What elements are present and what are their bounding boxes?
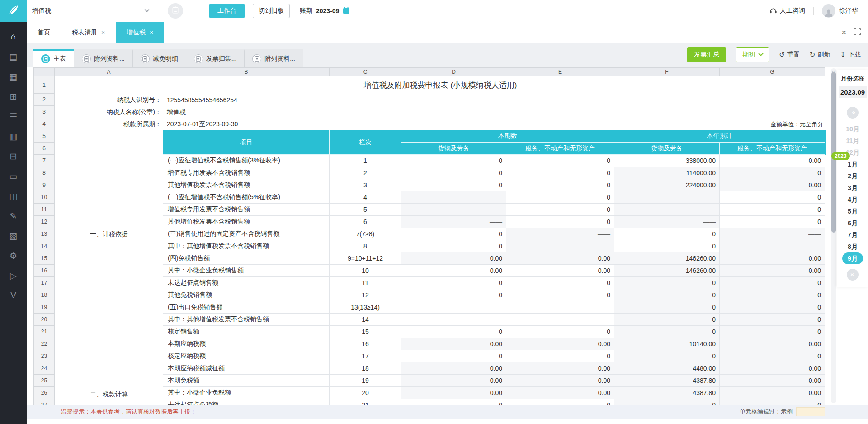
tab-2[interactable]: 增值税× — [116, 22, 164, 43]
value-cell[interactable]: 0.00 — [720, 338, 825, 350]
value-cell[interactable]: 0 — [720, 301, 825, 314]
value-cell[interactable]: 0 — [720, 191, 825, 204]
nav-item[interactable]: ▥ — [0, 126, 27, 146]
value-cell[interactable]: 0 — [720, 204, 825, 216]
nav-item[interactable]: ✎ — [0, 206, 27, 226]
tab-0[interactable]: 首页 — [27, 22, 61, 43]
value-cell[interactable]: 0 — [506, 277, 614, 289]
value-cell[interactable]: 0 — [720, 277, 825, 289]
subtab-1[interactable]: 附列资料... — [74, 49, 132, 67]
value-cell[interactable]: 146260.00 — [614, 265, 720, 277]
month-item[interactable]: 8月 — [837, 241, 868, 252]
value-cell[interactable]: 0 — [614, 314, 720, 326]
value-cell[interactable]: 4387.80 — [614, 387, 720, 399]
value-cell[interactable]: 0.00 — [506, 252, 614, 265]
month-item[interactable]: 3月 — [837, 182, 868, 194]
tab-1[interactable]: 税表清册× — [61, 22, 116, 43]
username[interactable]: 徐泽华 — [839, 7, 858, 15]
value-cell[interactable]: 0.00 — [720, 265, 825, 277]
nav-item[interactable]: ⊟ — [0, 146, 27, 166]
avatar[interactable] — [822, 4, 835, 18]
nav-item[interactable]: ▭ — [0, 166, 27, 186]
value-cell[interactable]: 0 — [401, 240, 506, 252]
fullscreen-icon[interactable] — [854, 28, 861, 37]
value-cell[interactable]: 0 — [401, 326, 506, 338]
value-cell[interactable]: 0.00 — [401, 387, 506, 399]
value-cell[interactable]: 0 — [401, 155, 506, 167]
reset-button[interactable]: ↺ 重置 — [779, 51, 800, 59]
value-cell[interactable]: 0.00 — [401, 338, 506, 350]
month-item[interactable]: 9月 — [842, 252, 863, 264]
value-cell[interactable]: 10140.00 — [614, 338, 720, 350]
module-select[interactable]: 增值税 — [32, 7, 149, 15]
value-cell[interactable]: 0.00 — [506, 387, 614, 399]
value-cell[interactable]: 224000.00 — [614, 179, 720, 191]
value-cell[interactable]: 0 — [614, 277, 720, 289]
nav-item[interactable]: ▤ — [0, 47, 27, 67]
value-cell[interactable]: 0 — [720, 289, 825, 301]
value-cell[interactable]: 0.00 — [401, 375, 506, 387]
value-cell[interactable]: —— — [614, 204, 720, 216]
value-cell[interactable]: 0 — [506, 155, 614, 167]
value-cell[interactable]: 0 — [401, 179, 506, 191]
info-value[interactable]: 增值税 — [163, 106, 826, 118]
nav-item[interactable]: ▷ — [0, 266, 27, 286]
value-cell[interactable]: 0 — [506, 216, 614, 228]
value-cell[interactable]: —— — [401, 191, 506, 204]
subtab-3[interactable]: 发票归集... — [186, 49, 245, 67]
value-cell[interactable]: 146260.00 — [614, 252, 720, 265]
value-cell[interactable]: 0.00 — [720, 387, 825, 399]
info-value[interactable]: 2023-07-01至2023-09-30 — [163, 118, 826, 130]
value-cell[interactable]: 0 — [506, 179, 614, 191]
value-cell[interactable]: 0 — [401, 167, 506, 179]
scroll-down-button[interactable]: » — [847, 269, 859, 281]
report-status-badge[interactable] — [168, 3, 183, 19]
nav-item[interactable]: ▦ — [0, 67, 27, 86]
value-cell[interactable]: 0 — [614, 350, 720, 362]
value-cell[interactable]: 0 — [614, 301, 720, 314]
subtab-0[interactable]: 主表 — [33, 49, 74, 67]
close-icon[interactable]: × — [150, 29, 153, 36]
nav-item[interactable]: ⊞ — [0, 86, 27, 106]
close-icon[interactable]: × — [841, 29, 846, 37]
value-cell[interactable]: 0 — [506, 350, 614, 362]
workbench-button[interactable]: 工作台 — [209, 4, 245, 18]
nav-item[interactable]: ☰ — [0, 106, 27, 126]
info-value[interactable]: 12554585554554656254 — [163, 94, 826, 106]
value-cell[interactable]: —— — [506, 228, 614, 240]
app-logo[interactable] — [0, 0, 27, 22]
support-link[interactable]: 人工咨询 — [769, 7, 805, 15]
download-button[interactable]: ↧ 下载 — [840, 51, 861, 59]
value-cell[interactable]: 0.00 — [720, 179, 825, 191]
value-cell[interactable]: 0.00 — [401, 265, 506, 277]
value-cell[interactable]: 0 — [720, 167, 825, 179]
value-cell[interactable]: —— — [401, 204, 506, 216]
value-cell[interactable]: 4387.80 — [614, 375, 720, 387]
value-cell[interactable]: 0 — [506, 289, 614, 301]
value-cell[interactable] — [506, 301, 614, 314]
invoice-summary-button[interactable]: 发票汇总 — [687, 47, 726, 62]
value-cell[interactable]: —— — [614, 216, 720, 228]
refresh-button[interactable]: ↻ 刷新 — [810, 51, 830, 59]
value-cell[interactable]: 0.00 — [506, 375, 614, 387]
nav-item[interactable]: V — [0, 286, 27, 305]
value-cell[interactable]: —— — [614, 191, 720, 204]
value-cell[interactable]: 0 — [401, 277, 506, 289]
value-cell[interactable]: 0.00 — [720, 375, 825, 387]
close-icon[interactable]: × — [101, 29, 105, 36]
value-cell[interactable]: —— — [720, 228, 825, 240]
month-item[interactable]: 7月 — [837, 229, 868, 241]
value-cell[interactable]: 0 — [506, 326, 614, 338]
month-item[interactable]: 2月 — [837, 170, 868, 182]
collapse-panel-icon[interactable]: » — [832, 68, 835, 76]
value-cell[interactable]: —— — [401, 216, 506, 228]
value-cell[interactable]: 0.00 — [720, 155, 825, 167]
value-cell[interactable]: —— — [720, 240, 825, 252]
value-cell[interactable]: 0 — [720, 326, 825, 338]
value-cell[interactable]: 338000.00 — [614, 155, 720, 167]
value-cell[interactable]: 0 — [720, 314, 825, 326]
value-cell[interactable]: 0.00 — [506, 338, 614, 350]
value-cell[interactable]: 0 — [614, 289, 720, 301]
value-cell[interactable]: 0 — [614, 326, 720, 338]
value-cell[interactable]: 4480.00 — [614, 362, 720, 375]
